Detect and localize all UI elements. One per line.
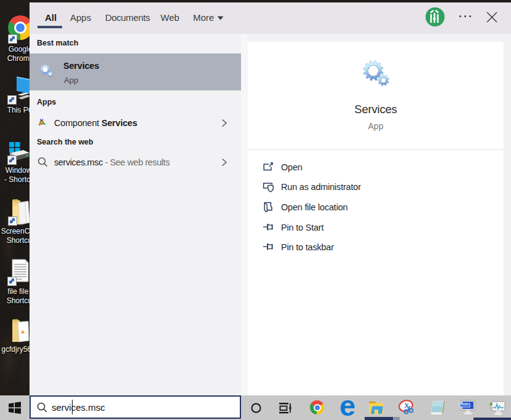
- svg-text:e: e: [339, 399, 355, 416]
- svg-text:*****: *****: [461, 403, 469, 407]
